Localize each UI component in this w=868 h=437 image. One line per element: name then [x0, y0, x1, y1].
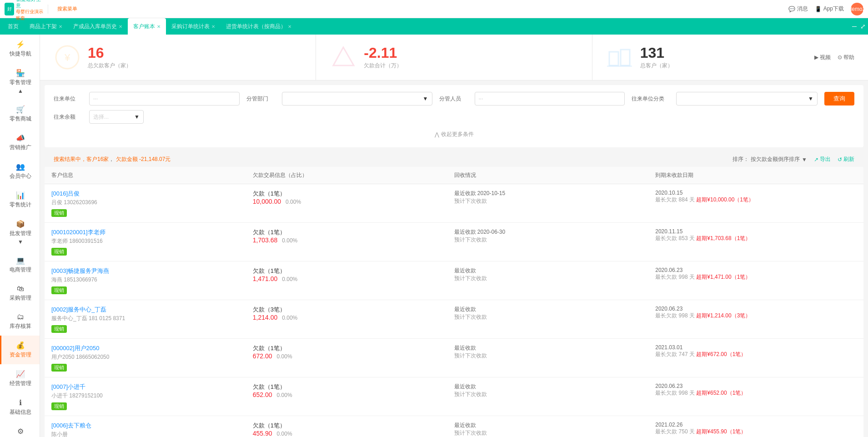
customer-info-cell: [0016]吕俊 吕俊 13026203696 现销 [51, 190, 253, 217]
summary-cards: ¥ 16 总欠款客户（家） -2.11 欠款合计（万） [40, 35, 868, 80]
col-due-date: 到期未收款日期 [655, 171, 857, 179]
search-button[interactable]: 查询 [824, 92, 854, 105]
due-date: 2020.06.23 [655, 306, 857, 312]
tab-purchase-order[interactable]: 采购订单统计表 ✕ [166, 18, 221, 35]
tab-product-shelf[interactable]: 商品上下架 ✕ [24, 18, 68, 35]
sidebar-item-purchase-mgmt[interactable]: 🛍 采购管理 [0, 279, 40, 307]
results-amount: 欠款金额 -21,148.07元 [116, 156, 171, 162]
sidebar-item-quick-nav[interactable]: ⚡ 快捷导航 [0, 35, 40, 63]
filter-category-select[interactable]: ▼ [676, 92, 818, 105]
tab-purchase-order-close[interactable]: ✕ [211, 24, 215, 29]
help-btn[interactable]: ⊙ 帮助 [838, 54, 854, 61]
app-download-btn[interactable]: 📱 App下载 [815, 5, 844, 13]
due-date-cell: 2021.03.01 最长欠款 747 天 超期¥672.00（1笔） [655, 344, 857, 358]
debt-percent: 0.00% [282, 276, 297, 282]
overdue-amount[interactable]: 超期¥652.00（1笔） [696, 390, 746, 396]
tabs-maximize[interactable]: ⤢ [860, 23, 866, 30]
debt-total-label: 欠款合计（万） [364, 62, 402, 70]
tab-product-history-close[interactable]: ✕ [119, 24, 122, 29]
message-btn[interactable]: 💬 消息 [788, 5, 808, 13]
sidebar-item-finance[interactable]: 💰 资金管理 [0, 336, 40, 364]
sidebar-item-ecommerce[interactable]: 💻 电商管理 [0, 251, 40, 279]
sidebar-item-business[interactable]: 📈 经营管理 [0, 364, 40, 393]
refresh-btn[interactable]: ↺ 刷新 [838, 156, 854, 163]
sort-btn[interactable]: 排序： 按欠款金额倒序排序 ▼ [733, 156, 807, 163]
message-label: 消息 [797, 5, 808, 13]
customer-name[interactable]: [0006]去下粮仓 [51, 422, 253, 430]
sidebar-item-batch-mgmt[interactable]: 📦 批发管理 ▼ [0, 214, 40, 251]
debt-amount[interactable]: 1,703.68 [253, 236, 278, 244]
tab-inventory-stats-close[interactable]: ✕ [288, 24, 291, 29]
customer-name[interactable]: [0007]小进千 [51, 383, 253, 391]
sidebar-item-label: 采购管理 [10, 294, 31, 302]
overdue-amount[interactable]: 超期¥1,214.00（3笔） [696, 312, 751, 319]
main-layout: ⚡ 快捷导航 🏪 零售管理 ▲ 🛒 零售商城 📣 营销推广 👥 会员中心 📊 零… [0, 35, 868, 437]
filter-area: 往来单位 ··· 分管部门 ▼ 分管人员 ··· [45, 85, 863, 147]
debt-count: 欠款（1笔） [253, 422, 454, 430]
due-date: 2020.10.15 [655, 190, 857, 196]
search-menu[interactable]: 搜索菜单 [53, 5, 107, 12]
overdue-amount[interactable]: 超期¥455.90（1笔） [696, 428, 746, 435]
sidebar-item-member-center[interactable]: 👥 会员中心 [0, 157, 40, 186]
card-actions: ▶ 视频 ⊙ 帮助 [814, 54, 854, 61]
tab-customer-account-close[interactable]: ✕ [157, 24, 161, 29]
customer-name[interactable]: [0003]畅捷服务尹海燕 [51, 267, 253, 275]
filter-department-select[interactable]: ▼ [282, 92, 432, 105]
tab-home[interactable]: 首页 [2, 18, 24, 35]
all-customers-number: 131 [640, 45, 673, 60]
user-avatar[interactable]: demo2 [851, 3, 863, 15]
purchase-mgmt-icon: 🛍 [17, 285, 24, 293]
tab-customer-account[interactable]: 客户账本 ✕ [128, 18, 166, 35]
debt-amount[interactable]: 1,214.00 [253, 314, 278, 321]
overdue-amount[interactable]: 超期¥10,000.00（1笔） [696, 196, 754, 203]
debt-percent: 0.00% [277, 431, 292, 437]
sidebar-item-retail-stats[interactable]: 📊 零售统计 [0, 186, 40, 214]
customer-name[interactable]: [000002]用户2050 [51, 344, 253, 352]
tab-inventory-stats[interactable]: 进货单统计表（按商品） ✕ [221, 18, 297, 35]
tab-product-shelf-close[interactable]: ✕ [59, 24, 62, 29]
basic-info-icon: ℹ [19, 398, 22, 407]
tab-purchase-order-label: 采购订单统计表 [171, 23, 210, 30]
overdue-amount[interactable]: 超期¥1,703.68（1笔） [696, 235, 751, 241]
card-info-debt: 16 总欠款客户（家） [88, 45, 131, 70]
debt-count: 欠款（1笔） [253, 383, 454, 391]
customer-name[interactable]: [0001020001]李老师 [51, 228, 253, 236]
retail-mgmt-icon: 🏪 [16, 69, 25, 77]
overdue-days: 最长欠款 998 天 超期¥1,471.00（1笔） [655, 273, 857, 281]
sidebar-item-label: 零售统计 [10, 201, 31, 209]
tabs-minimize[interactable]: ─ [852, 23, 857, 30]
recovery-cell: 最近收款 预计下次收款 [454, 344, 656, 360]
overdue-amount[interactable]: 超期¥672.00（1笔） [696, 351, 746, 357]
customer-name[interactable]: [0016]吕俊 [51, 190, 253, 198]
collapse-btn[interactable]: ⋀ 收起更多条件 [54, 128, 854, 141]
sidebar-item-label: 零售管理 [10, 79, 31, 86]
filter-counterparty-input[interactable]: ··· [89, 92, 240, 105]
debt-amount[interactable]: 1,471.00 [253, 275, 278, 282]
collapse-icon: ⋀ [435, 131, 439, 138]
customer-name[interactable]: [0002]服务中心_丁磊 [51, 306, 253, 314]
recovery-cell: 最近收款 预计下次收款 [454, 267, 656, 282]
customer-contact: 服务中心_丁磊 181 0125 8371 [51, 315, 253, 322]
debt-amount[interactable]: 652.00 [253, 391, 272, 398]
debt-amount[interactable]: 10,000.00 [253, 198, 281, 205]
sidebar-item-basic-info[interactable]: ℹ 基础信息 [0, 393, 40, 422]
debt-amount[interactable]: 672.00 [253, 352, 272, 360]
sidebar-item-retail-mall[interactable]: 🛒 零售商城 [0, 100, 40, 128]
sidebar-item-retail-mgmt[interactable]: 🏪 零售管理 ▲ [0, 63, 40, 100]
sidebar-item-marketing[interactable]: 📣 营销推广 [0, 128, 40, 157]
filter-person-input[interactable]: ··· [475, 92, 625, 105]
message-icon: 💬 [788, 6, 795, 12]
marketing-icon: 📣 [16, 134, 25, 142]
sidebar-item-system[interactable]: ⚙ 系统管理 [0, 422, 40, 437]
overdue-amount[interactable]: 超期¥1,471.00（1笔） [696, 274, 751, 280]
export-btn[interactable]: ↗ 导出 [814, 156, 831, 163]
table-row: [0007]小进千 小进千 18279152100 现销 欠款（1笔） 652.… [45, 377, 863, 416]
sidebar-item-inventory[interactable]: 🗂 库存核算 [0, 307, 40, 336]
video-btn[interactable]: ▶ 视频 [814, 54, 831, 61]
debt-amount[interactable]: 455.90 [253, 430, 272, 437]
overdue-days: 最长欠款 998 天 超期¥652.00（1笔） [655, 389, 857, 397]
due-date: 2021.03.01 [655, 344, 857, 351]
filter-balance-select[interactable]: 选择... ▼ [89, 110, 144, 124]
tab-product-history-label: 产成品入库单历史 [73, 23, 117, 30]
tab-product-history[interactable]: 产成品入库单历史 ✕ [68, 18, 128, 35]
